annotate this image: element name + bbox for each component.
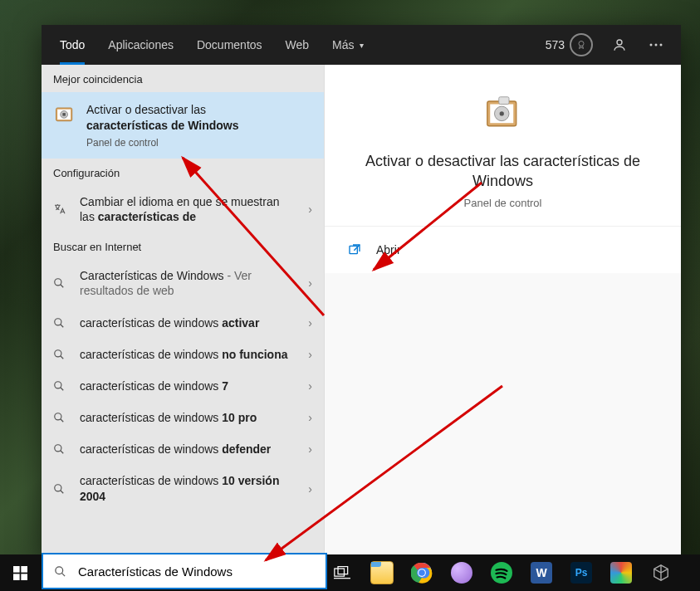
svg-rect-21 xyxy=(350,246,357,253)
chevron-right-icon: › xyxy=(308,316,312,330)
chevron-right-icon: › xyxy=(308,379,312,393)
app-cube-icon[interactable] xyxy=(641,554,681,591)
settings-item-language[interactable]: Cambiar el idioma en que se muestran las… xyxy=(42,186,324,232)
svg-point-12 xyxy=(55,382,61,388)
tab-docs[interactable]: Documentos xyxy=(185,25,274,65)
photoshop-icon[interactable]: Ps xyxy=(561,554,601,591)
svg-point-32 xyxy=(419,569,425,576)
desktop-wallpaper: Todo Aplicaciones Documentos Web Más▾ 57… xyxy=(0,0,700,591)
open-icon xyxy=(348,243,363,256)
chevron-right-icon: › xyxy=(308,348,312,361)
svg-point-11 xyxy=(55,350,61,357)
svg-rect-25 xyxy=(13,574,20,580)
chevron-right-icon: › xyxy=(308,203,312,216)
web-result-text: características de windows defender xyxy=(80,442,312,457)
rewards-points[interactable]: 573 xyxy=(546,33,593,56)
word-icon[interactable]: W xyxy=(521,554,561,591)
search-icon xyxy=(53,380,68,392)
control-panel-icon xyxy=(53,102,76,125)
medal-icon xyxy=(570,33,593,56)
file-explorer-icon[interactable] xyxy=(362,554,402,591)
language-icon xyxy=(53,203,68,216)
start-button[interactable] xyxy=(0,554,40,591)
svg-rect-8 xyxy=(62,113,66,116)
spotify-icon[interactable] xyxy=(482,554,521,591)
svg-rect-23 xyxy=(13,566,20,573)
svg-point-9 xyxy=(55,279,61,286)
chevron-right-icon: › xyxy=(308,276,312,290)
web-result-text: características de windows activar xyxy=(80,315,312,330)
svg-point-1 xyxy=(617,40,622,45)
svg-point-15 xyxy=(55,484,61,491)
web-result-item[interactable]: características de windows activar › xyxy=(42,307,324,339)
settings-item-text: Cambiar el idioma en que se muestran las… xyxy=(80,194,312,224)
app-colorful-icon[interactable] xyxy=(601,554,641,591)
best-match-subtitle: Panel de control xyxy=(86,137,239,149)
search-icon xyxy=(53,277,68,289)
web-result-text: Características de Windows - Ver resulta… xyxy=(80,268,312,298)
search-icon xyxy=(43,565,76,578)
preview-title: Activar o desactivar las características… xyxy=(341,151,664,192)
chevron-right-icon: › xyxy=(308,411,312,424)
svg-point-3 xyxy=(655,44,658,46)
web-result-item[interactable]: Características de Windows - Ver resulta… xyxy=(42,260,324,306)
settings-header: Configuración xyxy=(42,159,324,186)
web-result-item[interactable]: características de windows defender › xyxy=(42,433,324,465)
search-icon xyxy=(53,349,68,360)
open-action[interactable]: Abrir xyxy=(325,232,681,268)
app-purple-icon[interactable] xyxy=(442,554,482,591)
svg-point-10 xyxy=(55,318,61,325)
svg-point-19 xyxy=(499,111,503,115)
web-result-item[interactable]: características de windows 10 pro › xyxy=(42,402,324,433)
svg-rect-24 xyxy=(21,566,27,573)
more-options-icon[interactable] xyxy=(643,32,669,58)
web-result-text: características de windows 10 pro xyxy=(80,410,312,425)
preview-pane: Activar o desactivar las características… xyxy=(324,65,681,556)
search-icon xyxy=(53,483,68,495)
search-icon xyxy=(53,443,68,455)
search-tabs: Todo Aplicaciones Documentos Web Más▾ 57… xyxy=(42,25,681,65)
search-panel: Todo Aplicaciones Documentos Web Más▾ 57… xyxy=(42,25,681,556)
preview-subtitle: Panel de control xyxy=(341,197,664,209)
web-result-text: características de windows 7 xyxy=(80,379,312,393)
tab-more[interactable]: Más▾ xyxy=(321,25,374,65)
task-view-button[interactable] xyxy=(322,554,362,591)
web-header: Buscar en Internet xyxy=(42,232,324,260)
tab-todo[interactable]: Todo xyxy=(48,25,96,65)
chevron-right-icon: › xyxy=(308,442,312,456)
svg-point-2 xyxy=(650,44,653,46)
web-result-text: características de windows no funciona xyxy=(80,347,312,362)
web-result-item[interactable]: características de windows 10 versión 20… xyxy=(42,465,324,511)
svg-rect-20 xyxy=(498,97,508,105)
web-result-item[interactable]: características de windows 7 › xyxy=(42,370,324,402)
results-left-column: Mejor coincidencia Activar o desactivar … xyxy=(42,65,324,556)
best-match-title: Activar o desactivar las características… xyxy=(86,102,239,134)
svg-point-14 xyxy=(55,445,61,452)
search-icon xyxy=(53,317,68,329)
svg-point-4 xyxy=(660,44,663,46)
svg-point-22 xyxy=(55,566,62,574)
svg-rect-26 xyxy=(21,574,27,580)
chrome-icon[interactable] xyxy=(402,554,442,591)
search-icon xyxy=(53,412,68,423)
search-box[interactable] xyxy=(42,553,327,589)
svg-rect-28 xyxy=(338,567,348,574)
best-match-header: Mejor coincidencia xyxy=(42,65,324,92)
svg-rect-27 xyxy=(335,569,345,576)
web-result-text: características de windows 10 versión 20… xyxy=(80,473,312,503)
web-result-item[interactable]: características de windows no funciona › xyxy=(42,339,324,370)
tab-apps[interactable]: Aplicaciones xyxy=(96,25,185,65)
best-match-item[interactable]: Activar o desactivar las características… xyxy=(42,92,324,159)
svg-point-0 xyxy=(579,42,584,46)
tab-web[interactable]: Web xyxy=(274,25,321,65)
chevron-right-icon: › xyxy=(308,482,312,496)
account-icon[interactable] xyxy=(606,32,633,58)
svg-point-13 xyxy=(55,413,61,420)
preview-app-icon xyxy=(480,90,526,136)
search-input[interactable] xyxy=(76,564,326,579)
